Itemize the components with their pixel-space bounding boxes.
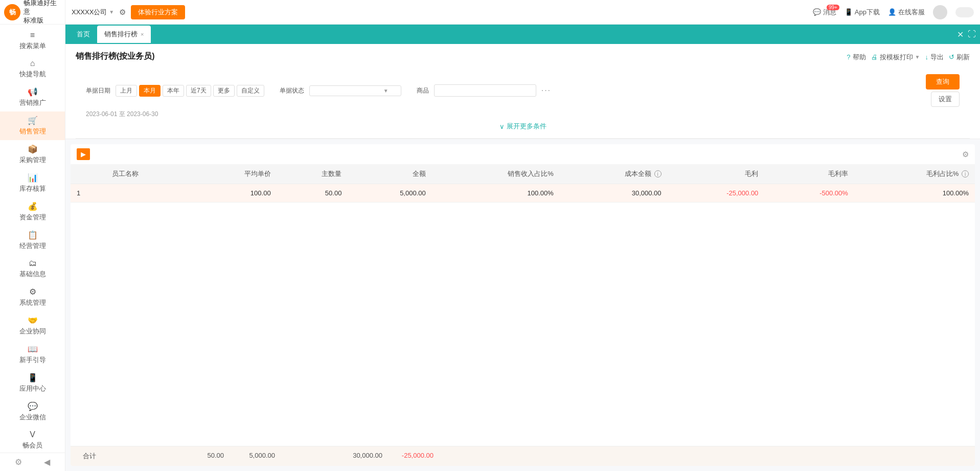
- data-table-container: ▶ ⚙ 员工名称 平均单价 主数量 全额 销售收入占比% 成本全额 i 毛利 毛: [71, 144, 975, 466]
- table-empty-space: [71, 203, 975, 446]
- refresh-label: 刷新: [956, 53, 970, 62]
- export-label: 导出: [930, 53, 944, 62]
- sidebar-item-2[interactable]: 📢营销推广: [0, 83, 65, 111]
- date-btn-7days[interactable]: 近7天: [186, 85, 211, 97]
- col-gross-ratio: 毛利占比% i: [854, 164, 975, 184]
- app-label: App下载: [855, 8, 880, 17]
- cost-info-icon[interactable]: i: [654, 170, 662, 177]
- topbar-gear-icon[interactable]: ⚙: [119, 8, 126, 17]
- export-icon: ↓: [925, 53, 929, 61]
- company-selector[interactable]: XXXXX公司 ▼: [72, 8, 114, 17]
- tab-sales-ranking[interactable]: 销售排行榜 ×: [97, 26, 151, 43]
- help-button[interactable]: ? 帮助: [847, 53, 865, 62]
- query-button[interactable]: 查询: [926, 74, 960, 89]
- service-label: 在线客服: [898, 8, 925, 17]
- sidebar-item-9[interactable]: ⚙系统管理: [0, 283, 65, 311]
- sidebar-item-4[interactable]: 📦采购管理: [0, 140, 65, 169]
- export-button[interactable]: ↓ 导出: [925, 53, 944, 62]
- sidebar-item-6[interactable]: 💰资金管理: [0, 197, 65, 226]
- status-filter-label: 单据状态: [280, 86, 304, 95]
- date-filter-label: 单据日期: [86, 86, 110, 95]
- page-title: 销售排行榜(按业务员): [76, 51, 155, 62]
- date-btn-more[interactable]: 更多: [213, 85, 235, 97]
- sidebar-item-3[interactable]: 🛒销售管理: [0, 111, 65, 140]
- gross-ratio-info-icon[interactable]: i: [962, 170, 969, 177]
- sidebar-item-11[interactable]: 📖新手引导: [0, 340, 65, 369]
- nav-label-4: 采购管理: [19, 155, 46, 165]
- sidebar-item-13[interactable]: 💬企业微信: [0, 397, 65, 426]
- chevron-down-icon: ∨: [499, 123, 505, 130]
- tab-home-label: 首页: [77, 30, 90, 39]
- refresh-button[interactable]: ↺ 刷新: [949, 53, 970, 62]
- tab-close-icon[interactable]: ×: [141, 31, 144, 37]
- nav-icon-6: 💰: [28, 201, 38, 211]
- avatar[interactable]: [933, 5, 947, 19]
- goods-search-input[interactable]: [439, 87, 532, 94]
- col-qty: 主数量: [277, 164, 348, 184]
- logo-icon: 畅: [4, 4, 20, 20]
- nav-label-10: 企业协同: [19, 327, 46, 336]
- trial-button[interactable]: 体验行业方案: [131, 5, 185, 19]
- nav-label-5: 库存核算: [19, 184, 46, 193]
- user-menu[interactable]: [955, 7, 974, 17]
- table-body: 1 100.00 50.00 5,000.00 100.00% 30,000.0…: [71, 184, 975, 203]
- footer-avg-price: [138, 452, 184, 461]
- date-btn-custom[interactable]: 自定义: [237, 85, 264, 97]
- logo: 畅 畅康通好生意 标准版: [0, 0, 65, 25]
- tab-home[interactable]: 首页: [70, 26, 97, 43]
- settings-icon[interactable]: ⚙: [15, 457, 22, 467]
- date-btn-curr-month[interactable]: 本月: [139, 85, 161, 97]
- data-table: 员工名称 平均单价 主数量 全额 销售收入占比% 成本全额 i 毛利 毛利率 毛…: [71, 164, 975, 203]
- service-icon: 👤: [888, 8, 896, 16]
- app-download-button[interactable]: 📱 App下载: [845, 8, 880, 17]
- col-rank: [71, 164, 106, 184]
- footer-label: 合计: [77, 452, 138, 461]
- print-icon: 🖨: [871, 53, 878, 61]
- filter-row-1: 单据日期 上月 本月 本年 近7天 更多 自定义 单据状态 ▼: [86, 74, 960, 107]
- collapse-rows-button[interactable]: ▶: [77, 148, 90, 160]
- settings-button[interactable]: 设置: [931, 92, 960, 107]
- sidebar-item-5[interactable]: 📊库存核算: [0, 169, 65, 197]
- sidebar-item-8[interactable]: 🗂基础信息: [0, 255, 65, 283]
- expand-conditions-button[interactable]: ∨ 展开更多条件: [499, 122, 546, 131]
- print-button[interactable]: 🖨 按模板打印 ▼: [871, 53, 920, 62]
- message-button[interactable]: 💬 消息 99+: [813, 8, 836, 17]
- sidebar-item-0[interactable]: ≡搜索菜单: [0, 27, 65, 55]
- nav-icon-13: 💬: [28, 401, 38, 411]
- tabbar: 首页 销售排行榜 × ✕ ⛶: [65, 25, 980, 44]
- footer-cost: 30,000.00: [337, 452, 389, 461]
- print-chevron-icon: ▼: [915, 54, 920, 60]
- topbar-right: 💬 消息 99+ 📱 App下载 👤 在线客服: [813, 5, 974, 19]
- date-range-text: 2023-06-01 至 2023-06-30: [86, 110, 960, 119]
- more-options-button[interactable]: ···: [541, 86, 551, 95]
- nav-label-2: 营销推广: [19, 98, 46, 107]
- sidebar-item-12[interactable]: 📱应用中心: [0, 369, 65, 397]
- sidebar-item-14[interactable]: V畅会员: [0, 426, 65, 453]
- nav-label-14: 畅会员: [22, 441, 42, 450]
- column-settings-icon[interactable]: ⚙: [962, 150, 969, 159]
- nav-label-7: 经营管理: [19, 241, 46, 251]
- collapse-icon[interactable]: ◀: [44, 457, 50, 467]
- chevron-down-icon: ▼: [109, 9, 114, 15]
- footer-qty: 50.00: [184, 452, 230, 461]
- nav-label-8: 基础信息: [19, 270, 46, 279]
- sidebar-item-1[interactable]: ⌂快捷导航: [0, 55, 65, 83]
- filter-area: 单据日期 上月 本月 本年 近7天 更多 自定义 单据状态 ▼: [76, 68, 970, 139]
- nav-icon-2: 📢: [28, 87, 38, 97]
- expand-label: 展开更多条件: [507, 122, 546, 131]
- sidebar-item-10[interactable]: 🤝企业协同: [0, 311, 65, 340]
- col-cost: 成本全额 i: [560, 164, 668, 184]
- goods-input[interactable]: [434, 84, 536, 97]
- maximize-icon[interactable]: ⛶: [968, 30, 976, 39]
- nav-icon-5: 📊: [28, 173, 38, 183]
- status-select[interactable]: ▼: [309, 85, 401, 96]
- date-btn-prev-month[interactable]: 上月: [116, 85, 137, 97]
- sidebar-item-7[interactable]: 📋经营管理: [0, 226, 65, 255]
- sidebar-nav: ≡搜索菜单⌂快捷导航📢营销推广🛒销售管理📦采购管理📊库存核算💰资金管理📋经营管理…: [0, 25, 65, 453]
- cell-amount: 5,000.00: [348, 184, 431, 203]
- date-btn-curr-year[interactable]: 本年: [163, 85, 184, 97]
- nav-label-12: 应用中心: [19, 384, 46, 393]
- logo-text: 畅康通好生意 标准版: [24, 0, 61, 25]
- online-service-button[interactable]: 👤 在线客服: [888, 8, 925, 17]
- close-window-icon[interactable]: ✕: [957, 30, 964, 39]
